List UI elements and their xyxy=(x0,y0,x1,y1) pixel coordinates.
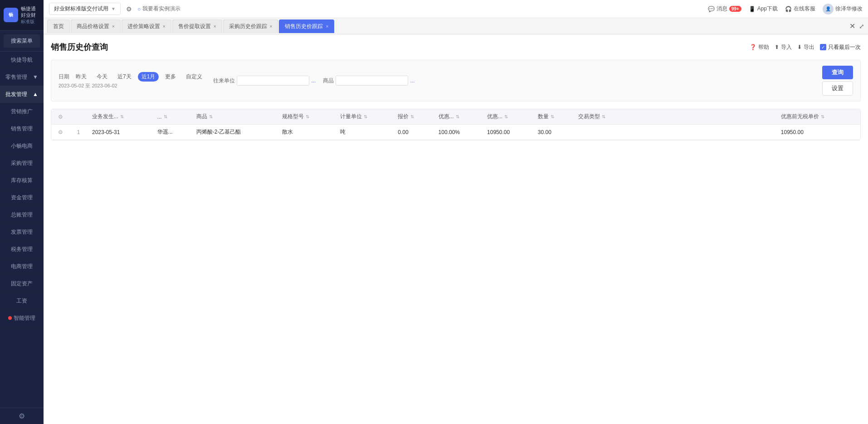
demo-link[interactable]: ○ 我要看实例演示 xyxy=(137,5,180,13)
app-name: 畅捷通好业财 xyxy=(21,5,40,19)
page-actions: ❓ 帮助 ⬆ 导入 ⬇ 导出 ✓ 只看最后一次 xyxy=(750,43,861,51)
topbar-settings-icon[interactable]: ⚙ xyxy=(126,5,132,13)
sidebar-item-quick-nav[interactable]: 快捷导航 xyxy=(0,52,44,69)
settings-button[interactable]: 设置 xyxy=(822,81,853,96)
app-download-button[interactable]: 📱 App下载 xyxy=(749,5,778,13)
product-input[interactable] xyxy=(336,76,408,86)
sidebar-item-inventory[interactable]: 库存核算 xyxy=(0,172,44,189)
tabbar-close-button[interactable]: ✕ xyxy=(849,22,855,30)
sort-icon-price: ⇅ xyxy=(410,114,414,119)
topbar: 好业财标准版交付试用 ▼ ⚙ ○ 我要看实例演示 💬 消息 99+ 📱 App下… xyxy=(44,0,868,18)
headset-icon: 🎧 xyxy=(785,6,792,12)
col-trans-type[interactable]: 交易类型 ⇅ xyxy=(574,109,632,125)
sidebar-logo: 畅 畅捷通好业财 标准版 xyxy=(0,0,44,31)
col-pretax-price[interactable]: 优惠前无税单价 ⇅ xyxy=(776,109,860,125)
tab-home-label: 首页 xyxy=(53,23,64,30)
col-discount-price-label: 优惠... xyxy=(487,113,502,120)
col-unit[interactable]: 计量单位 ⇅ xyxy=(336,109,394,125)
date-opt-today[interactable]: 今天 xyxy=(93,72,111,82)
main-panel: 好业财标准版交付试用 ▼ ⚙ ○ 我要看实例演示 💬 消息 99+ 📱 App下… xyxy=(44,0,868,424)
query-button[interactable]: 查询 xyxy=(822,66,853,79)
export-button[interactable]: ⬇ 导出 xyxy=(797,43,814,51)
sidebar-item-tax[interactable]: 税务管理 xyxy=(0,241,44,258)
search-menu-button[interactable]: 搜索菜单 xyxy=(4,34,40,48)
sidebar-item-intelligent[interactable]: 智能管理 xyxy=(0,310,44,327)
tab-product-price[interactable]: 商品价格设置 × xyxy=(71,19,121,33)
col-pretax-price-label: 优惠前无税单价 xyxy=(781,113,819,120)
row-gear-icon[interactable]: ⚙ xyxy=(58,129,63,135)
sort-icon-quantity: ⇅ xyxy=(551,114,554,119)
sidebar-item-wholesale[interactable]: 批发管理 ▲ xyxy=(0,86,44,103)
sidebar-item-payroll[interactable]: 工资 xyxy=(0,293,44,310)
sidebar-item-invoice[interactable]: 发票管理 xyxy=(0,224,44,241)
table-gear-icon[interactable]: ⚙ xyxy=(58,114,63,120)
date-opt-last1m[interactable]: 近1月 xyxy=(138,72,159,82)
version-selector[interactable]: 好业财标准版交付试用 ▼ xyxy=(49,3,121,15)
date-opt-last7[interactable]: 近7天 xyxy=(114,72,135,82)
only-last-checkbox[interactable]: ✓ 只看最后一次 xyxy=(820,43,861,51)
source-unit-input[interactable] xyxy=(237,76,309,86)
online-service-button[interactable]: 🎧 在线客服 xyxy=(785,5,815,13)
check-icon: ✓ xyxy=(821,45,825,50)
checkbox-box: ✓ xyxy=(820,44,826,50)
sidebar-item-retail[interactable]: 零售管理 ▼ xyxy=(0,69,44,86)
date-opt-yesterday[interactable]: 昨天 xyxy=(72,72,90,82)
tab-purchase-history-label: 采购历史价跟踪 xyxy=(229,23,267,30)
col-spacer xyxy=(632,109,776,125)
col-spec-label: 规格型号 xyxy=(282,113,304,120)
product-more-btn[interactable]: ... xyxy=(410,77,414,84)
avatar: 👤 xyxy=(823,4,834,14)
retail-arrow-icon: ▼ xyxy=(33,74,38,80)
date-opt-more[interactable]: 更多 xyxy=(161,72,180,82)
help-icon: ❓ xyxy=(750,44,756,50)
tabbar-expand-button[interactable]: ⤢ xyxy=(859,23,864,30)
product-label: 商品 xyxy=(323,77,334,85)
tab-product-price-close[interactable]: × xyxy=(112,24,115,29)
col-price[interactable]: 报价 ⇅ xyxy=(393,109,434,125)
sidebar-item-purchase[interactable]: 采购管理 xyxy=(0,155,44,172)
sort-icon-product: ⇅ xyxy=(209,114,213,119)
tab-sales-history-close[interactable]: × xyxy=(326,24,328,29)
sidebar-item-general-ledger[interactable]: 总账管理 xyxy=(0,207,44,224)
tab-price-extract[interactable]: 售价提取设置 × xyxy=(172,19,222,33)
sidebar-item-sales[interactable]: 销售管理 xyxy=(0,120,44,138)
sort-icon-spec: ⇅ xyxy=(306,114,309,119)
sidebar-item-marketing[interactable]: 营销推广 xyxy=(0,103,44,120)
app-download-icon: 📱 xyxy=(749,6,756,12)
tab-price-extract-close[interactable]: × xyxy=(214,24,216,29)
col-discount-rate[interactable]: 优惠... ⇅ xyxy=(434,109,483,125)
demo-icon: ○ xyxy=(137,6,141,12)
cell-trans-type xyxy=(574,125,632,140)
source-unit-more-btn[interactable]: ... xyxy=(311,77,316,84)
page-content: 销售历史价查询 ❓ 帮助 ⬆ 导入 ⬇ 导出 ✓ 只 xyxy=(44,34,868,424)
col-extra[interactable]: ... ⇅ xyxy=(153,109,192,125)
date-opt-custom[interactable]: 自定义 xyxy=(182,72,206,82)
col-discount-rate-label: 优惠... xyxy=(439,113,454,120)
tab-purchase-strategy-close[interactable]: × xyxy=(163,24,166,29)
message-button[interactable]: 💬 消息 99+ xyxy=(708,5,741,13)
col-spec[interactable]: 规格型号 ⇅ xyxy=(278,109,336,125)
sort-icon-trans-type: ⇅ xyxy=(602,114,605,119)
sidebar-item-finance[interactable]: 资金管理 xyxy=(0,189,44,207)
filter-buttons: 查询 设置 xyxy=(822,66,853,96)
tab-sales-history[interactable]: 销售历史价跟踪 × xyxy=(279,19,334,33)
cell-spec: 散水 xyxy=(278,125,336,140)
col-quantity[interactable]: 数量 ⇅ xyxy=(533,109,574,125)
sort-icon-discount-price: ⇅ xyxy=(504,114,508,119)
import-button[interactable]: ⬆ 导入 xyxy=(775,43,792,51)
sidebar-item-ecommerce-small[interactable]: 小畅电商 xyxy=(0,138,44,155)
tab-home[interactable]: 首页 xyxy=(47,19,70,33)
data-table-container: ⚙ 业务发生... ⇅ ... ⇅ xyxy=(51,109,861,140)
sidebar-item-fixed-assets[interactable]: 固定资产 xyxy=(0,275,44,293)
sidebar-item-ecommerce[interactable]: 电商管理 xyxy=(0,258,44,275)
tab-purchase-history[interactable]: 采购历史价跟踪 × xyxy=(223,19,278,33)
col-product[interactable]: 商品 ⇅ xyxy=(192,109,278,125)
help-button[interactable]: ❓ 帮助 xyxy=(750,43,769,51)
tab-purchase-history-close[interactable]: × xyxy=(270,24,273,29)
sidebar-settings-button[interactable]: ⚙ xyxy=(19,412,25,420)
col-discount-price[interactable]: 优惠... ⇅ xyxy=(483,109,533,125)
cell-discount-rate: 100.00% xyxy=(434,125,483,140)
tab-purchase-strategy[interactable]: 进价策略设置 × xyxy=(122,19,171,33)
user-menu[interactable]: 👤 徐泽华修改 xyxy=(823,4,863,14)
col-biz-date[interactable]: 业务发生... ⇅ xyxy=(88,109,153,125)
